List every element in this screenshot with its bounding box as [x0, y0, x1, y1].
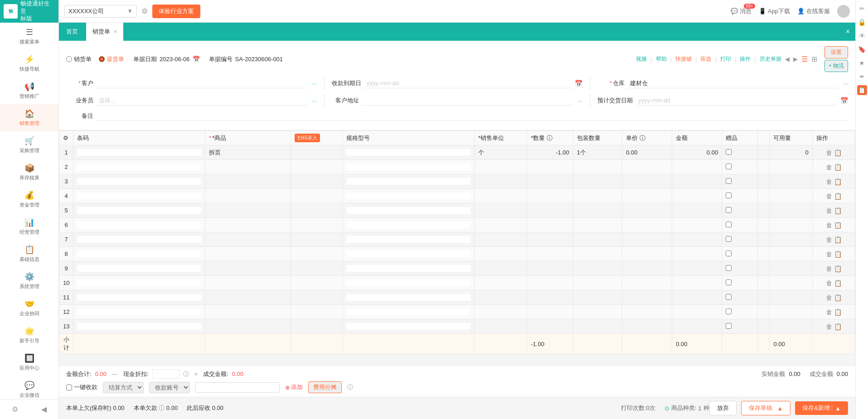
customer-addr-input[interactable] — [362, 96, 573, 106]
row-copy-btn[interactable]: 📋 — [834, 149, 842, 156]
row-delete-btn[interactable]: 🗑 — [826, 294, 832, 301]
fee-help-icon[interactable]: ⓘ — [347, 383, 353, 391]
right-btn-pen[interactable]: ✒ — [857, 72, 867, 82]
notes-input[interactable] — [96, 111, 848, 121]
row-barcode[interactable] — [73, 261, 205, 276]
gift-checkbox[interactable] — [726, 236, 732, 242]
row-copy-btn[interactable]: 📋 — [834, 279, 842, 287]
row-barcode[interactable] — [73, 319, 205, 334]
row-barcode[interactable] — [73, 232, 205, 247]
scan-btn[interactable]: 扫码录入 — [295, 134, 320, 142]
header-settings-btn[interactable]: ⚙ — [141, 7, 148, 15]
warehouse-input[interactable] — [627, 78, 839, 88]
right-btn-bookmark[interactable]: 🔖 — [857, 44, 867, 54]
row-delete-btn[interactable]: 🗑 — [826, 164, 832, 171]
grid-view-btn[interactable]: ⊞ — [811, 55, 817, 63]
row-gift[interactable] — [722, 232, 758, 247]
expected-delivery-input[interactable] — [635, 96, 838, 106]
gift-checkbox[interactable] — [726, 294, 732, 300]
row-gift[interactable] — [722, 247, 758, 261]
row-copy-btn[interactable]: 📋 — [834, 308, 842, 316]
row-copy-btn[interactable]: 📋 — [834, 164, 842, 171]
sales-order-radio[interactable]: 销货单 — [66, 55, 92, 63]
payment-due-input[interactable] — [364, 78, 572, 88]
row-barcode[interactable] — [73, 189, 205, 203]
row-delete-btn[interactable]: 🗑 — [826, 193, 832, 200]
save-draft-btn[interactable]: 保存草稿 ▲ — [741, 401, 791, 415]
row-barcode[interactable] — [73, 145, 205, 160]
tab-close-icon[interactable]: × — [114, 29, 117, 35]
right-btn-lock[interactable]: 🔒 — [857, 17, 867, 27]
sidebar-item-purchase[interactable]: 🛒 采购管理 — [0, 131, 58, 159]
row-spec[interactable] — [343, 305, 475, 319]
row-delete-btn[interactable]: 🗑 — [826, 222, 832, 229]
row-barcode[interactable] — [73, 247, 205, 261]
row-gift[interactable] — [722, 218, 758, 232]
gift-checkbox[interactable] — [726, 308, 732, 314]
operation-btn[interactable]: 操作 — [740, 55, 751, 63]
row-delete-btn[interactable]: 🗑 — [826, 323, 832, 330]
one-click-pay-checkbox[interactable]: 一键收款 — [66, 383, 97, 391]
sidebar-item-apps[interactable]: 🔲 应用中心 — [0, 349, 58, 376]
sidebar-item-wechat[interactable]: 💬 企业微信 — [0, 376, 58, 399]
prev-btn[interactable]: ◀ — [785, 56, 790, 63]
video-btn[interactable]: 视频 — [636, 55, 647, 63]
row-delete-btn[interactable]: 🗑 — [826, 178, 832, 185]
tab-sales-order[interactable]: 销货单 × — [86, 23, 123, 41]
row-barcode[interactable] — [73, 305, 205, 319]
calendar-icon[interactable]: 📅 — [193, 56, 200, 63]
help-btn[interactable]: 帮助 — [656, 55, 667, 63]
next-btn[interactable]: ▶ — [793, 56, 798, 63]
row-copy-btn[interactable]: 📋 — [834, 207, 842, 214]
row-spec[interactable] — [343, 218, 475, 232]
row-gift[interactable] — [722, 203, 758, 218]
row-copy-btn[interactable]: 📋 — [834, 178, 842, 185]
save-draft-arrow-icon[interactable]: ▲ — [774, 405, 783, 412]
row-barcode[interactable] — [73, 290, 205, 305]
return-order-radio[interactable]: 退货单 — [99, 55, 124, 63]
salesperson-input[interactable] — [96, 96, 307, 106]
row-delete-btn[interactable]: 🗑 — [826, 279, 832, 287]
row-gift[interactable] — [722, 160, 758, 174]
print-btn[interactable]: 打印 — [720, 55, 731, 63]
gift-checkbox[interactable] — [726, 250, 732, 256]
row-copy-btn[interactable]: 📋 — [834, 294, 842, 301]
row-spec[interactable] — [343, 145, 475, 160]
right-btn-edit[interactable]: ✏ — [857, 4, 867, 14]
row-copy-btn[interactable]: 📋 — [834, 265, 842, 272]
row-gift[interactable] — [722, 145, 758, 160]
sidebar-collapse-btn[interactable]: ◀ — [39, 403, 48, 415]
row-delete-btn[interactable]: 🗑 — [826, 265, 832, 272]
row-copy-btn[interactable]: 📋 — [834, 236, 842, 243]
row-spec[interactable] — [343, 247, 475, 261]
filter-btn[interactable]: 筛选 — [700, 55, 711, 63]
sidebar-settings-btn[interactable]: ⚙ — [10, 403, 20, 415]
sidebar-item-sales[interactable]: 🏠 销售管理 — [0, 104, 58, 131]
row-copy-btn[interactable]: 📋 — [834, 323, 842, 330]
customer-input[interactable] — [96, 78, 307, 88]
gift-checkbox[interactable] — [726, 222, 732, 227]
sales-order-radio-input[interactable] — [66, 56, 72, 62]
logistics-action-btn[interactable]: + 物流 — [824, 60, 848, 72]
fee-split-btn[interactable]: 费用分摊 — [308, 381, 342, 393]
sidebar-item-base[interactable]: 📋 基础信息 — [0, 240, 58, 267]
row-gift[interactable] — [722, 174, 758, 189]
row-gift[interactable] — [722, 305, 758, 319]
save-new-arrow-icon[interactable]: ▲ — [832, 405, 841, 412]
row-spec[interactable] — [343, 319, 475, 334]
cash-discount-input[interactable] — [152, 369, 179, 379]
gift-checkbox[interactable] — [726, 323, 732, 329]
row-barcode[interactable] — [73, 218, 205, 232]
abandon-btn[interactable]: 放弃 — [709, 401, 737, 415]
sidebar-item-finance[interactable]: 💰 资金管理 — [0, 186, 58, 213]
app-download-btn[interactable]: 📱 App下载 — [759, 7, 790, 15]
row-delete-btn[interactable]: 🗑 — [826, 207, 832, 214]
sidebar-item-system[interactable]: ⚙️ 系统管理 — [0, 267, 58, 294]
row-barcode[interactable] — [73, 160, 205, 174]
customer-addr-dots-btn[interactable]: ··· — [577, 97, 582, 104]
gift-checkbox[interactable] — [726, 193, 732, 198]
row-spec[interactable] — [343, 160, 475, 174]
gift-checkbox[interactable] — [726, 149, 732, 155]
sidebar-item-guide[interactable]: 🌟 新手引导 — [0, 322, 58, 349]
row-gift[interactable] — [722, 261, 758, 276]
